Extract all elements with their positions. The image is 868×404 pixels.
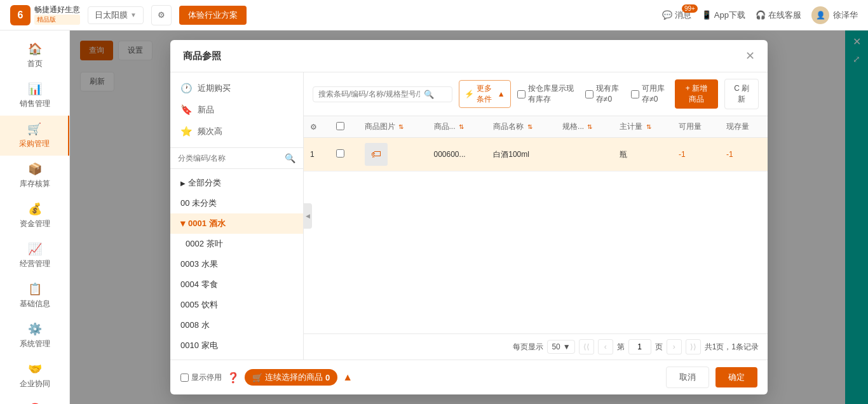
logo-badge: 精品版 — [34, 15, 80, 25]
left-panel: 🕐 近期购买 🔖 新品 ⭐ 频次高 — [170, 72, 304, 360]
table-row[interactable]: 1 🏷 000600... 白酒100ml 瓶 — [304, 138, 768, 172]
app-download-button[interactable]: 📱 App下载 — [702, 10, 745, 21]
category-item-uncategorized[interactable]: 00 未分类 — [170, 193, 303, 213]
first-page-button[interactable]: ⟨⟨ — [579, 339, 594, 354]
sidebar: 🏠 首页 📊 销售管理 🛒 采购管理 📦 库存核算 💰 资金管理 📈 经营管理 … — [0, 30, 70, 404]
checkbox-available-nonzero[interactable]: 可用库存≠0 — [631, 83, 668, 105]
sort-icon[interactable]: ⇅ — [646, 123, 651, 130]
refresh-table-button[interactable]: C 刷新 — [724, 79, 759, 109]
cart-count: 0 — [325, 373, 330, 382]
page-size-select[interactable]: 50 ▼ — [547, 340, 574, 354]
add-product-button[interactable]: + 新增商品 — [675, 79, 719, 109]
content-area: 查询 设置 刷新 ✕ ⤢ 商品参照 ✕ — [70, 30, 868, 404]
cancel-button[interactable]: 取消 — [666, 367, 709, 388]
sidebar-item-guide[interactable]: 🎯 新手引导 — [0, 396, 69, 404]
chevron-down-icon: ▼ — [130, 11, 137, 18]
footer-left: 显示停用 ❓ 🛒 连续选择的商品 0 ▲ — [180, 369, 660, 386]
table-body: 1 🏷 000600... 白酒100ml 瓶 — [304, 138, 768, 172]
th-unit: 主计量 ⇅ — [613, 116, 672, 138]
checkbox-show-stock[interactable]: 按仓库显示现有库存 — [517, 83, 576, 105]
table-header: ⚙ 商品图片 ⇅ 商品... ⇅ — [304, 116, 768, 138]
logo-area: 6 畅捷通好生意 精品版 — [10, 5, 80, 25]
category-search-icon[interactable]: 🔍 — [285, 153, 295, 163]
sort-icon[interactable]: ⇅ — [459, 123, 464, 130]
checkbox-available-nonzero-input[interactable] — [631, 90, 639, 98]
gear-button[interactable]: ⚙ — [151, 5, 172, 25]
sales-icon: 📊 — [28, 82, 42, 96]
experience-button[interactable]: 体验行业方案 — [179, 6, 247, 25]
prev-page-button[interactable]: ‹ — [598, 339, 613, 354]
tab-recent-purchase[interactable]: 🕐 近期购买 — [170, 77, 303, 99]
sidebar-item-system[interactable]: ⚙️ 系统管理 — [0, 316, 69, 356]
category-item-snacks[interactable]: 0004 零食 — [170, 274, 303, 295]
row-checkbox[interactable] — [336, 149, 344, 158]
confirm-button[interactable]: 确定 — [715, 367, 757, 387]
category-search-input[interactable] — [178, 154, 281, 163]
collapse-cart-icon[interactable]: ▲ — [342, 372, 353, 383]
messages-button[interactable]: 💬 消息 99+ — [662, 10, 691, 21]
select-all-checkbox[interactable] — [336, 122, 344, 130]
help-icon[interactable]: ❓ — [227, 372, 240, 384]
category-label: 0008 水 — [180, 320, 210, 331]
basics-icon: 📋 — [28, 282, 42, 296]
sort-icon[interactable]: ⇅ — [587, 123, 592, 130]
sidebar-item-inventory[interactable]: 📦 库存核算 — [0, 156, 69, 196]
category-label: 00 未分类 — [180, 198, 217, 209]
home-icon: 🏠 — [28, 42, 42, 56]
checkbox-nonzero-stock-input[interactable] — [585, 90, 593, 98]
th-stock: 现存量 — [720, 116, 768, 138]
category-item-electronics[interactable]: 0010 家电 — [170, 335, 303, 356]
sidebar-item-enterprise[interactable]: 🤝 企业协同 — [0, 356, 69, 396]
sidebar-item-purchase[interactable]: 🛒 采购管理 — [0, 116, 69, 156]
category-item-beverage[interactable]: 0005 饮料 — [170, 295, 303, 315]
sidebar-item-sales[interactable]: 📊 销售管理 — [0, 76, 69, 116]
last-page-button[interactable]: ⟩⟩ — [686, 339, 701, 354]
business-icon: 📈 — [28, 242, 42, 256]
category-item-water[interactable]: 0008 水 — [170, 315, 303, 335]
search-icon[interactable]: 🔍 — [424, 90, 434, 99]
filter-checkboxes: 按仓库显示现有库存 现有库存≠0 可用库存≠0 — [517, 83, 668, 105]
checkbox-show-stock-input[interactable] — [517, 90, 526, 98]
tab-frequent[interactable]: ⭐ 频次高 — [170, 121, 303, 142]
cell-stock: -1 — [720, 138, 768, 172]
more-filter-button[interactable]: ⚡ 更多条件 ▲ — [459, 80, 511, 108]
tab-new-product[interactable]: 🔖 新品 — [170, 99, 303, 121]
modal-close-button[interactable]: ✕ — [745, 49, 755, 63]
show-disabled-checkbox[interactable]: 显示停用 — [180, 372, 222, 383]
pagination-bar: 每页显示 50 ▼ ⟨⟨ ‹ 第 1 页 › ⟩⟩ — [304, 333, 768, 360]
sidebar-item-business[interactable]: 📈 经营管理 — [0, 236, 69, 276]
online-service-button[interactable]: 🎧 在线客服 — [756, 10, 801, 21]
checkbox-nonzero-stock[interactable]: 现有库存≠0 — [585, 83, 622, 105]
username: 徐泽华 — [833, 10, 858, 21]
user-area[interactable]: 👤 徐泽华 — [811, 6, 858, 24]
left-panel-tabs: 🕐 近期购买 🔖 新品 ⭐ 频次高 — [170, 72, 303, 148]
store-selector[interactable]: 日太阳膜 ▼ — [88, 6, 144, 24]
messages-count-badge: 99+ — [682, 4, 698, 13]
mobile-icon: 📱 — [702, 10, 712, 20]
category-item-alcohol[interactable]: ▶ 0001 酒水 — [170, 213, 303, 234]
sidebar-item-label: 基础信息 — [20, 299, 50, 309]
category-item-fruit[interactable]: 0003 水果 — [170, 254, 303, 274]
product-table: ⚙ 商品图片 ⇅ 商品... ⇅ — [304, 116, 768, 172]
cart-badge[interactable]: 🛒 连续选择的商品 0 — [245, 369, 337, 386]
category-item-all[interactable]: ▶ 全部分类 — [170, 173, 303, 193]
sidebar-item-basics[interactable]: 📋 基础信息 — [0, 276, 69, 316]
category-label: 0002 茶叶 — [186, 238, 223, 250]
cart-icon: 🛒 — [252, 373, 262, 382]
product-search-input[interactable] — [318, 90, 420, 98]
sidebar-item-finance[interactable]: 💰 资金管理 — [0, 196, 69, 236]
th-settings[interactable]: ⚙ — [304, 116, 330, 138]
category-item-tea[interactable]: 0002 茶叶 — [170, 234, 303, 254]
cell-name: 白酒100ml — [487, 138, 556, 172]
cart-label: 连续选择的商品 — [265, 372, 323, 383]
page-number-input[interactable]: 1 — [628, 339, 651, 354]
cell-checkbox — [330, 138, 358, 172]
modal-title: 商品参照 — [183, 50, 221, 62]
show-disabled-input[interactable] — [180, 374, 189, 382]
sort-icon[interactable]: ⇅ — [527, 123, 532, 130]
sort-icon[interactable]: ⇅ — [398, 123, 403, 130]
product-search-box: 🔍 — [313, 86, 452, 102]
collapse-panel-button[interactable]: ◀ — [303, 203, 312, 229]
sidebar-item-home[interactable]: 🏠 首页 — [0, 36, 69, 76]
next-page-button[interactable]: › — [667, 339, 682, 354]
